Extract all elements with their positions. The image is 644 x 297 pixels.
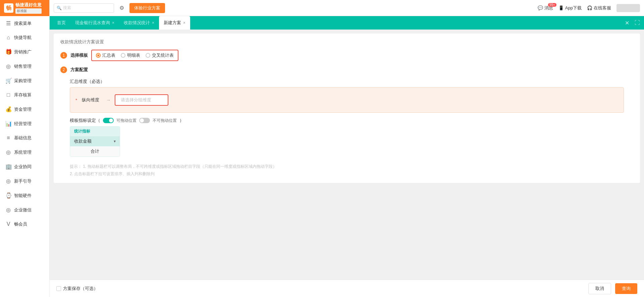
sidebar-item-label: 新手引导: [14, 178, 32, 184]
operation-icon: 📊: [5, 120, 11, 127]
step1-row: 1 选择模板 汇总表 明细表 交叉统计表: [60, 50, 633, 61]
toggle-draggable[interactable]: 可拖动位置: [103, 118, 137, 123]
user-avatar[interactable]: [616, 4, 640, 12]
guide-icon: ◎: [5, 178, 11, 184]
base-info-icon: ≡: [5, 135, 11, 141]
service-icon: 🎧: [587, 5, 592, 10]
indicator-close: ）: [179, 117, 184, 123]
download-icon: 📱: [558, 5, 564, 10]
radio-cross[interactable]: 交叉统计表: [146, 52, 174, 58]
sidebar-item-member[interactable]: V 畅会员: [0, 217, 49, 231]
sidebar-item-label: 库存核算: [14, 92, 32, 98]
sidebar-item-base-info[interactable]: ≡ 基础信息: [0, 131, 49, 145]
search-menu-icon: ☰: [5, 20, 11, 27]
settings-card: 收款情况统计方案设置 1 选择模板 汇总表 明细表 交叉统计: [54, 34, 640, 183]
sidebar-item-label: 快捷导航: [14, 35, 32, 41]
sales-icon: ◎: [5, 63, 11, 69]
step2-section: 汇总维度（必选） * 纵向维度 → 请选择分组维度 模板指标设定（: [60, 79, 633, 178]
radio-detail[interactable]: 明细表: [121, 52, 140, 58]
sidebar-item-search-menu[interactable]: ☰ 搜索菜单: [0, 16, 49, 31]
enterprise-icon: 🏢: [5, 163, 11, 170]
sidebar-item-hardware[interactable]: ⌚ 智能硬件: [0, 188, 49, 203]
tab-expand-button[interactable]: ⛶: [633, 18, 641, 27]
radio-summary[interactable]: 汇总表: [96, 52, 115, 58]
trial-button[interactable]: 体验行业方案: [129, 3, 165, 13]
search-bar[interactable]: 🔍 搜索: [54, 3, 114, 13]
tab-close-all-button[interactable]: ✕: [624, 18, 631, 28]
radio-summary-label: 汇总表: [102, 52, 115, 58]
logo-badge: 标准版: [15, 8, 42, 14]
system-icon: ◎: [5, 149, 11, 155]
sidebar-item-purchase[interactable]: 🛒 采购管理: [0, 73, 49, 88]
query-button[interactable]: 查询: [615, 283, 637, 294]
purchase-icon: 🛒: [5, 78, 11, 84]
tabs-actions: ✕ ⛶: [624, 18, 641, 28]
home-icon: ⌂: [5, 35, 11, 41]
tab-new-plan-close[interactable]: ×: [183, 21, 185, 25]
sidebar-item-operation[interactable]: 📊 经营管理: [0, 116, 49, 131]
cancel-button[interactable]: 取消: [588, 283, 611, 294]
message-badge: 99+: [548, 3, 556, 7]
sidebar-item-label: 基础信息: [14, 135, 32, 141]
sidebar-item-weixin[interactable]: ◎ 企业微信: [0, 203, 49, 217]
sidebar-item-sales[interactable]: ◎ 销售管理: [0, 59, 49, 73]
sidebar-item-label: 经营管理: [14, 121, 32, 127]
inventory-icon: □: [5, 92, 11, 98]
tab-new-plan[interactable]: 新建方案 ×: [159, 16, 190, 30]
vertical-dim-label: 纵向维度: [82, 97, 102, 103]
toggle-non-draggable[interactable]: 不可拖动位置: [139, 118, 177, 123]
tab-receipt-stat-label: 收款情况统计: [124, 20, 150, 26]
tab-receipt-stat-close[interactable]: ×: [152, 21, 154, 25]
sidebar-item-system[interactable]: ◎ 系统管理: [0, 145, 49, 159]
step2-label: 方案配置: [70, 67, 88, 73]
gear-button[interactable]: ⚙: [118, 3, 125, 12]
checkbox-box[interactable]: [56, 286, 61, 291]
search-icon: 🔍: [57, 6, 62, 10]
radio-detail-label: 明细表: [127, 52, 140, 58]
tab-home-label: 首页: [57, 20, 66, 26]
sidebar-item-inventory[interactable]: □ 库存核算: [0, 88, 49, 102]
summary-dim-label: 汇总维度（必选）: [70, 79, 633, 85]
tab-bank-flow-close[interactable]: ×: [112, 21, 114, 25]
gift-icon: 🎁: [5, 49, 11, 55]
stat-cell-label: 收款金额: [74, 138, 92, 144]
toggle-non-draggable-knob: [140, 118, 144, 122]
toggle-draggable-bg[interactable]: [103, 118, 114, 123]
sidebar-item-label: 系统管理: [14, 149, 32, 155]
message-button[interactable]: 💬 消息 99+: [538, 5, 553, 11]
message-icon: 💬: [538, 5, 543, 10]
tab-home[interactable]: 首页: [52, 16, 70, 30]
app-download-button[interactable]: 📱 App下载: [558, 5, 582, 11]
sidebar-item-label: 企业协同: [14, 164, 32, 170]
indicator-section: 模板指标设定（ 可拖动位置 不可拖动位置: [70, 117, 633, 178]
step1-label: 选择模板: [70, 52, 88, 58]
app-download-label: App下载: [565, 5, 582, 11]
page-title: 收款情况统计方案设置: [60, 39, 633, 45]
sidebar-item-label: 采购管理: [14, 78, 32, 84]
sidebar-item-label: 营销推广: [14, 49, 32, 55]
save-checkbox-label: 方案保存（可选）: [63, 286, 98, 292]
sidebar-item-label: 畅会员: [14, 221, 27, 227]
indicator-label: 模板指标设定（: [70, 117, 100, 123]
stat-cell[interactable]: 收款金额 ▾: [70, 136, 120, 146]
hint-text: 提示： 1. 拖动标题栏可以调整布局，不可跨维度或指标区域拖动栏目字段（只能在同…: [70, 163, 633, 178]
tabs-bar: 首页 现金银行流水查询 × 收款情况统计 × 新建方案 × ✕ ⛶: [50, 16, 644, 30]
sidebar-item-enterprise[interactable]: 🏢 企业协同: [0, 159, 49, 174]
toggle-non-draggable-bg[interactable]: [139, 118, 150, 123]
step2-num: 2: [60, 66, 67, 73]
hardware-icon: ⌚: [5, 192, 11, 199]
online-service-label: 在线客服: [594, 5, 611, 11]
sidebar-item-marketing[interactable]: 🎁 营销推广: [0, 45, 49, 59]
template-radio-group: 汇总表 明细表 交叉统计表: [91, 50, 178, 61]
sidebar-item-guide[interactable]: ◎ 新手引导: [0, 174, 49, 188]
tab-receipt-stat[interactable]: 收款情况统计 ×: [119, 16, 159, 30]
sidebar-item-finance[interactable]: 💰 资金管理: [0, 102, 49, 116]
logo-text: 畅捷通好生意: [15, 2, 42, 8]
save-checkbox[interactable]: 方案保存（可选）: [56, 286, 98, 292]
online-service-button[interactable]: 🎧 在线客服: [587, 5, 611, 11]
dimension-select[interactable]: 请选择分组维度: [115, 94, 168, 106]
tab-bank-flow[interactable]: 现金银行流水查询 ×: [70, 16, 119, 30]
search-placeholder: 搜索: [63, 5, 71, 11]
sidebar-item-quick-nav[interactable]: ⌂ 快捷导航: [0, 31, 49, 45]
required-star: *: [75, 98, 77, 103]
